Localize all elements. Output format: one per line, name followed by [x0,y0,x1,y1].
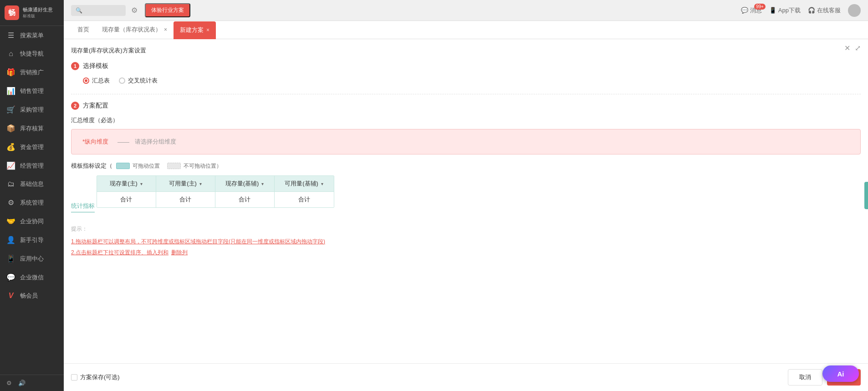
tab-home[interactable]: 首页 [71,21,96,39]
stats-title: 统计指标 [71,202,95,212]
sidebar-item-member[interactable]: V 畅会员 [0,287,64,305]
draggable-box [116,163,130,169]
aggregate-label: 汇总维度（必选） [71,116,861,124]
stats-data-row: 合计 合计 合计 合计 [97,191,334,207]
col-2-chevron[interactable]: ▾ [261,181,264,186]
app-name: 畅康通好生意 [23,6,53,13]
sidebar-item-label: 畅会员 [20,292,38,300]
sidebar-item-label: 采购管理 [20,106,44,114]
sidebar-item-inventory[interactable]: 📦 库存核算 [0,119,64,138]
sidebar-item-label: 新手引导 [20,236,44,244]
tab-new-plan-close[interactable]: × [206,27,209,33]
user-avatar[interactable] [848,4,861,17]
sidebar-item-weixin[interactable]: 💬 企业微信 [0,268,64,287]
sidebar: 畅 畅康通好生意 标准版 ☰ 搜索菜单 ⌂ 快捷导航 🎁 营销推广 📊 销售管理… [0,0,64,391]
home-icon: ⌂ [6,50,15,58]
download-icon: 📱 [769,7,776,14]
message-icon: 💬 [741,7,748,14]
headset-icon: 🎧 [808,7,815,14]
legend-draggable: 可拖动位置 [116,162,160,170]
sidebar-item-search[interactable]: ☰ 搜索菜单 [0,26,64,45]
close-panel-icon[interactable]: ✕ [844,44,850,52]
section-divider-1 [71,94,861,94]
chart-icon: 📊 [6,87,15,95]
tips-item-2: 2.点击标题栏下拉可设置排序、插入列和删除列 [71,247,861,258]
volume-icon[interactable]: 🔊 [18,380,26,386]
col-1-chevron[interactable]: ▾ [199,181,202,186]
settings-icon[interactable]: ⚙ [6,380,12,386]
tab-new-plan-label: 新建方案 [180,26,204,34]
search-menu-icon: ☰ [6,31,15,40]
sidebar-item-label: 基础信息 [20,180,44,188]
delete-col-link[interactable]: 删除列 [171,247,188,258]
sidebar-item-basics[interactable]: 🗂 基础信息 [0,175,64,193]
section1-title: 选择模板 [83,62,108,70]
handshake-icon: 🤝 [6,217,15,226]
radio-crosstab[interactable]: 交叉统计表 [119,77,158,85]
sidebar-item-newuser[interactable]: 👤 新手引导 [0,231,64,249]
gift-icon: 🎁 [6,68,15,77]
template-indicators: 模板指标设定（ 可拖动位置 不可拖动位置） [71,162,861,170]
dimension-box[interactable]: *纵向维度 —— 请选择分组维度 [71,129,861,154]
sidebar-item-quicknav[interactable]: ⌂ 快捷导航 [0,45,64,63]
vertical-dim-label: *纵向维度 [82,138,108,146]
search-bar[interactable]: 🔍 [71,5,126,16]
topbar-gear-icon[interactable]: ⚙ [131,6,138,15]
app-download-link[interactable]: 📱 App下载 [769,6,801,15]
topbar-right: 💬 消息 99+ 📱 App下载 🎧 在线客服 [741,4,861,17]
sidebar-item-label: 经营管理 [20,162,44,170]
sidebar-item-label: 应用中心 [20,255,44,263]
sidebar-item-enterprise[interactable]: 🤝 企业协同 [0,212,64,231]
stats-table: 现存量(主) ▾ 可用量(主) ▾ 现存量(基辅) ▾ [97,175,334,208]
footer: 方案保存(可选) 取消 查询 [64,363,868,391]
ai-button[interactable]: Ai [822,365,859,382]
tips-item-1: 1.拖动标题栏可以调整布局，不可跨维度或指标区域拖动栏目字段(只能在同一维度或指… [71,236,861,247]
chat-icon: 💬 [6,273,15,282]
tab-home-label: 首页 [77,26,89,34]
sidebar-item-finance[interactable]: 💰 资金管理 [0,138,64,156]
sidebar-scroll: ☰ 搜索菜单 ⌂ 快捷导航 🎁 营销推广 📊 销售管理 🛒 采购管理 📦 库存核… [0,26,64,375]
tab-bar: 首页 现存量（库存状况表） × 新建方案 × [64,21,868,39]
col-header-1: 可用量(主) ▾ [156,176,215,191]
tips-title: 提示： [71,223,861,234]
tab-inventory-close[interactable]: × [164,26,167,33]
tab-new-plan[interactable]: 新建方案 × [174,21,216,39]
sidebar-item-marketing[interactable]: 🎁 营销推广 [0,63,64,82]
cancel-button[interactable]: 取消 [788,369,822,386]
data-cell-3: 合计 [275,192,334,207]
tab-inventory[interactable]: 现存量（库存状况表） × [96,21,174,39]
content-area: ✕ ⤢ 现存量(库存状况表)方案设置 1 选择模板 汇总表 交叉统计表 [64,39,868,363]
sidebar-item-purchase[interactable]: 🛒 采购管理 [0,100,64,119]
stats-section: 统计指标 现存量(主) ▾ 可用量(主) ▾ [71,175,861,216]
message-button[interactable]: 💬 消息 99+ [741,6,762,15]
sidebar-item-label: 销售管理 [20,87,44,95]
app-edition: 标准版 [23,13,53,19]
experience-button[interactable]: 体验行业方案 [145,3,190,17]
dimension-placeholder: 请选择分组维度 [135,138,176,146]
save-checkbox[interactable]: 方案保存(可选) [71,373,120,381]
logo-icon: 畅 [5,5,19,20]
expand-panel-icon[interactable]: ⤢ [855,44,861,52]
sidebar-item-label: 快捷导航 [20,50,44,58]
section-config: 2 方案配置 汇总维度（必选） *纵向维度 —— 请选择分组维度 模板指标设定（ [71,102,861,258]
radio-summary-table[interactable]: 汇总表 [83,77,110,85]
section2-header: 2 方案配置 [71,102,861,110]
dimension-dash: —— [117,139,129,145]
sidebar-item-appcenter[interactable]: 📱 应用中心 [0,249,64,268]
online-service-link[interactable]: 🎧 在线客服 [808,6,841,15]
col-0-chevron[interactable]: ▾ [140,181,143,186]
topbar: 🔍 ⚙ 体验行业方案 💬 消息 99+ 📱 App下载 🎧 在线客服 [64,0,868,21]
sidebar-item-operations[interactable]: 📈 经营管理 [0,156,64,175]
col-3-chevron[interactable]: ▾ [321,181,323,186]
sidebar-item-label: 资金管理 [20,143,44,151]
section2-num: 2 [71,102,79,110]
col-header-3: 可用量(基辅) ▾ [275,176,334,191]
radio-summary-label: 汇总表 [92,77,110,85]
sidebar-item-label: 搜索菜单 [20,31,44,40]
data-cell-1: 合计 [156,192,215,207]
message-badge: 99+ [754,4,766,10]
section-template: 1 选择模板 汇总表 交叉统计表 [71,62,861,85]
sidebar-item-system[interactable]: ⚙ 系统管理 [0,193,64,212]
sidebar-item-sales[interactable]: 📊 销售管理 [0,82,64,100]
mobile-icon: 📱 [6,254,15,263]
